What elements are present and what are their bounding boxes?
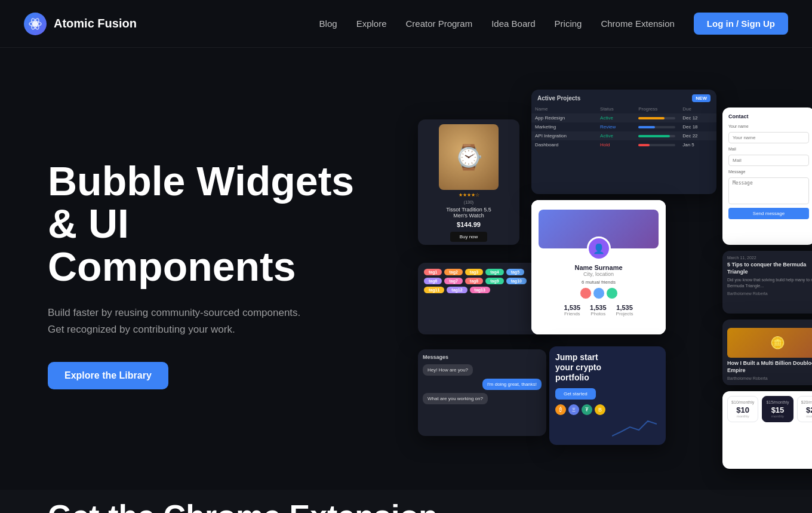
bitcoin-icon: ₿ <box>555 404 566 415</box>
tag[interactable]: tag11 <box>424 287 444 293</box>
blog1-snippet: Did you know that solving build help man… <box>727 277 812 289</box>
crypto-chart <box>612 415 660 439</box>
nav-link-creator-program[interactable]: Creator Program <box>405 19 472 29</box>
chat-bubble-left: What are you working on? <box>423 393 488 404</box>
crypto-widget: Jump start your crypto portfolio Get sta… <box>549 346 666 445</box>
chat-bubble-right: I'm doing great, thanks! <box>482 379 542 390</box>
pricing-plan-pro: $20/monthly $20 monthly <box>797 396 812 422</box>
watch-buy-button[interactable]: Buy now <box>450 232 488 242</box>
tag[interactable]: tag9 <box>485 278 503 284</box>
mutual-avatars <box>580 287 618 299</box>
chat-message: What are you working on? <box>423 393 542 404</box>
blog2-image: 🪙 <box>727 328 812 358</box>
chat-message: Hey! How are you? <box>423 364 542 376</box>
tag[interactable]: tag5 <box>506 269 524 275</box>
hero-title: Bubble Widgets & UI Components <box>48 160 382 288</box>
tag[interactable]: tag2 <box>444 269 462 275</box>
form-title: Contact <box>728 113 809 119</box>
blog1-date: March 11, 2022 <box>727 256 812 260</box>
table-title: Active Projects <box>537 95 580 102</box>
tag[interactable]: tag12 <box>447 287 467 293</box>
col-progress: Progress <box>635 105 679 113</box>
bottom-title: Get the Chrome Extension <box>48 500 438 513</box>
hero-subtitle: Build faster by reusing community-source… <box>48 305 382 338</box>
tag[interactable]: tag1 <box>424 269 442 275</box>
mutual-avatar <box>593 287 605 299</box>
tether-icon: ₮ <box>582 404 592 415</box>
nav-links: Blog Explore Creator Program Idea Board … <box>319 13 788 35</box>
col-due: Due <box>679 105 716 113</box>
blog-widget-2: 🪙 How I Built a Multi Billion Doubloon E… <box>722 320 812 385</box>
profile-avatar: 👤 <box>587 236 611 260</box>
tag[interactable]: tag10 <box>506 278 527 284</box>
login-signup-button[interactable]: Log in / Sign Up <box>694 13 788 35</box>
ethereum-icon: Ξ <box>568 404 579 415</box>
tags-row-3: tag11 tag12 tag13 <box>424 287 540 293</box>
crypto-headline: Jump start your crypto portfolio <box>555 352 660 382</box>
explore-library-button[interactable]: Explore the Library <box>48 362 168 389</box>
blog1-title: 5 Tips to conquer the Bermuda Triangle <box>727 262 812 275</box>
send-message-button[interactable]: Send message <box>728 208 809 219</box>
crypto-get-started-button[interactable]: Get started <box>555 388 596 400</box>
nav-link-explore[interactable]: Explore <box>356 19 387 29</box>
widget-mosaic: ⌚ ★★★★☆ (130) Tissot Tradition 5.5 Men's… <box>418 90 788 460</box>
chat-header: Messages <box>423 354 542 360</box>
watch-reviews: (130) <box>464 200 473 204</box>
pricing-widget: $10/monthly $10 monthly $15/monthly $15 … <box>722 391 812 469</box>
mail-input[interactable] <box>728 155 809 166</box>
stat-projects: 1,535 Projects <box>616 304 633 317</box>
table-row: Dashboard Hold Jan 5 <box>531 140 716 149</box>
profile-card-widget: 👤 Name Surname City, location 6 mutual f… <box>531 200 666 334</box>
nav-link-idea-board[interactable]: Idea Board <box>491 19 535 29</box>
tag[interactable]: tag3 <box>465 269 483 275</box>
watch-name: Tissot Tradition 5.5 Men's Watch <box>446 207 491 219</box>
message-input[interactable] <box>728 177 809 204</box>
watch-image: ⌚ <box>439 124 499 190</box>
tag[interactable]: tag7 <box>444 278 462 284</box>
mail-label: Mail <box>728 147 809 151</box>
col-status: Status <box>596 105 635 113</box>
nav-link-blog[interactable]: Blog <box>319 19 337 29</box>
bottom-section: Get the Chrome Extension <box>0 490 812 513</box>
pricing-plan-basic: $10/monthly $10 monthly <box>727 396 758 422</box>
navbar: Atomic Fusion Blog Explore Creator Progr… <box>0 0 812 48</box>
crypto-coin-icons: ₿ Ξ ₮ B <box>555 404 660 415</box>
table-badge: NEW <box>692 94 710 102</box>
projects-table: Name Status Progress Due App Redesign Ac… <box>531 105 716 149</box>
profile-stats: 1,535 Friends 1,535 Photos 1,535 Project… <box>564 304 633 317</box>
table-row: Marketing Review Dec 18 <box>531 122 716 131</box>
nav-link-chrome-extension[interactable]: Chrome Extension <box>601 19 674 29</box>
tag[interactable]: tag4 <box>485 269 503 275</box>
hero-subtitle-line2: Get recognized by contributing your work… <box>48 324 235 335</box>
contact-form-widget: Contact Your name Mail Message Send mess… <box>722 107 812 245</box>
mutual-avatar <box>606 287 618 299</box>
table-row: App Redesign Active Dec 12 <box>531 113 716 122</box>
watch-widget: ⌚ ★★★★☆ (130) Tissot Tradition 5.5 Men's… <box>418 119 519 245</box>
tags-row-2: tag6 tag7 tag8 tag9 tag10 <box>424 278 540 284</box>
logo-icon <box>24 13 47 35</box>
tag[interactable]: tag8 <box>465 278 483 284</box>
table-row: API Integration Active Dec 22 <box>531 131 716 140</box>
watch-stars: ★★★★☆ <box>459 192 479 198</box>
pricing-plan-featured: $15/monthly $15 monthly <box>762 396 793 422</box>
hero-subtitle-line1: Build faster by reusing community-source… <box>48 307 300 318</box>
mutual-friends-text: 6 mutual friends <box>582 279 616 285</box>
chat-widget: Messages Hey! How are you? I'm doing gre… <box>418 349 546 436</box>
tag[interactable]: tag6 <box>424 278 442 284</box>
blog2-title: How I Built a Multi Billion Doubloon Emp… <box>727 360 812 374</box>
brand-logo[interactable]: Atomic Fusion <box>24 13 137 35</box>
name-label: Your name <box>728 124 809 128</box>
tag[interactable]: tag13 <box>470 287 490 293</box>
blog1-author: Bartholomew Roberta <box>727 291 812 296</box>
nav-link-pricing[interactable]: Pricing <box>555 19 582 29</box>
brand-name: Atomic Fusion <box>54 17 137 30</box>
blog-widget-1: March 11, 2022 5 Tips to conquer the Ber… <box>722 251 812 314</box>
projects-table-widget: Active Projects NEW Name Status Progress… <box>531 90 716 194</box>
watch-price: $144.99 <box>457 221 481 228</box>
tags-row-1: tag1 tag2 tag3 tag4 tag5 <box>424 269 540 275</box>
name-input[interactable] <box>728 132 809 143</box>
mutual-avatar <box>580 287 592 299</box>
hero-section: Bubble Widgets & UI Components Build fas… <box>0 48 812 490</box>
stat-friends: 1,535 Friends <box>564 304 581 317</box>
stat-photos: 1,535 Photos <box>590 304 607 317</box>
